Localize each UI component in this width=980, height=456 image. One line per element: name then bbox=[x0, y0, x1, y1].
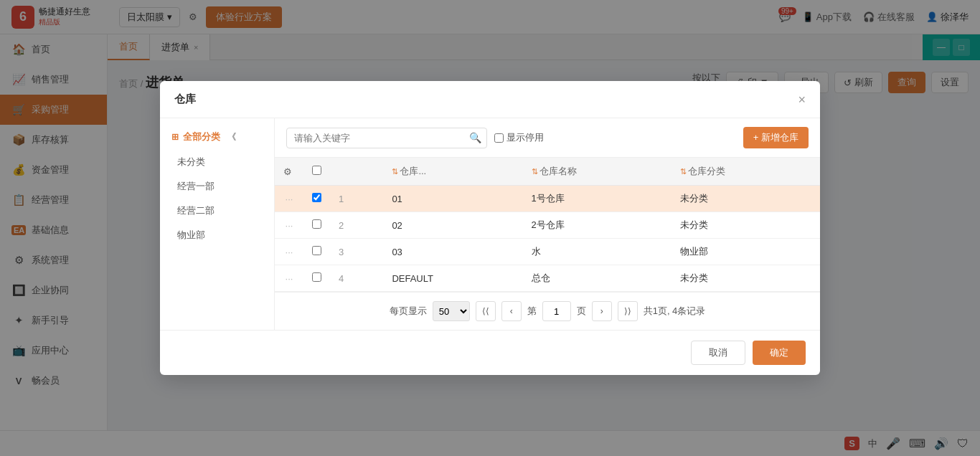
col-name: ⇅ 仓库名称 bbox=[523, 158, 672, 186]
row-name: 水 bbox=[523, 239, 672, 265]
category-panel: ⊞ 全部分类 《 未分类 经营一部 经营二部 物业部 bbox=[160, 118, 275, 330]
page-suffix: 页 bbox=[577, 305, 586, 318]
row-category: 未分类 bbox=[672, 186, 820, 212]
row-num: 3 bbox=[330, 239, 383, 265]
modal-overlay: 仓库 × ⊞ 全部分类 《 未分类 经营一部 经营二部 bbox=[0, 0, 980, 456]
sort-icon-category: ⇅ bbox=[680, 167, 687, 176]
table-row[interactable]: ···1011号仓库未分类 bbox=[275, 186, 820, 212]
modal-close-btn[interactable]: × bbox=[798, 93, 806, 106]
row-checkbox[interactable] bbox=[312, 246, 321, 255]
row-category: 物业部 bbox=[672, 239, 820, 265]
modal-title: 仓库 bbox=[174, 92, 196, 106]
row-num: 2 bbox=[330, 212, 383, 239]
row-num: 4 bbox=[330, 265, 383, 292]
grid-icon: ⊞ bbox=[171, 132, 179, 142]
row-settings[interactable]: ··· bbox=[275, 186, 303, 212]
row-category: 未分类 bbox=[672, 265, 820, 292]
table-panel: 🔍 显示停用 + 新增仓库 ⚙ bbox=[275, 118, 820, 330]
search-icon-btn[interactable]: 🔍 bbox=[469, 132, 481, 143]
prev-page-btn[interactable]: ‹ bbox=[501, 301, 522, 321]
select-all-checkbox[interactable] bbox=[312, 166, 321, 175]
page-summary: 共1页, 4条记录 bbox=[644, 305, 706, 318]
last-page-btn[interactable]: ⟩⟩ bbox=[618, 301, 638, 321]
row-settings[interactable]: ··· bbox=[275, 239, 303, 265]
table-scroll: ⚙ ⇅ 仓库... ⇅ bbox=[275, 158, 820, 292]
category-item-ops2[interactable]: 经营二部 bbox=[160, 199, 274, 223]
category-all-label: 全部分类 bbox=[183, 130, 220, 143]
col-settings: ⚙ bbox=[275, 158, 303, 186]
table-row[interactable]: ···303水物业部 bbox=[275, 239, 820, 265]
row-settings[interactable]: ··· bbox=[275, 212, 303, 239]
table-header-row: ⚙ ⇅ 仓库... ⇅ bbox=[275, 158, 820, 186]
category-all[interactable]: ⊞ 全部分类 《 bbox=[160, 124, 274, 150]
row-name: 总仓 bbox=[523, 265, 672, 292]
sort-icon-code: ⇅ bbox=[392, 167, 398, 176]
modal-footer: 取消 确定 bbox=[160, 330, 820, 375]
row-num: 1 bbox=[330, 186, 383, 212]
col-code: ⇅ 仓库... bbox=[383, 158, 522, 186]
per-page-select[interactable]: 50 20 100 bbox=[433, 301, 470, 321]
sort-icon-name: ⇅ bbox=[532, 167, 538, 176]
per-page-label: 每页显示 bbox=[390, 305, 427, 318]
page-label: 第 bbox=[527, 305, 537, 318]
col-num bbox=[330, 158, 383, 186]
row-code: 02 bbox=[383, 212, 522, 239]
modal-header: 仓库 × bbox=[160, 81, 820, 118]
show-disabled-label[interactable]: 显示停用 bbox=[494, 131, 544, 144]
category-item-ops1[interactable]: 经营一部 bbox=[160, 174, 274, 199]
next-page-btn[interactable]: › bbox=[592, 301, 612, 321]
row-settings[interactable]: ··· bbox=[275, 265, 303, 292]
table-toolbar: 🔍 显示停用 + 新增仓库 bbox=[275, 118, 820, 158]
row-checkbox[interactable] bbox=[312, 219, 321, 229]
table-row[interactable]: ···4DEFAULT总仓未分类 bbox=[275, 265, 820, 292]
row-code: 01 bbox=[383, 186, 522, 212]
row-code: DEFAULT bbox=[383, 265, 522, 292]
show-disabled-checkbox[interactable] bbox=[494, 133, 504, 143]
collapse-btn[interactable]: 《 bbox=[225, 130, 239, 144]
page-number-input[interactable] bbox=[542, 301, 571, 321]
cancel-btn[interactable]: 取消 bbox=[691, 341, 745, 365]
row-checkbox[interactable] bbox=[312, 272, 321, 282]
search-input[interactable] bbox=[286, 128, 487, 148]
category-item-unclassified[interactable]: 未分类 bbox=[160, 150, 274, 174]
modal-body: ⊞ 全部分类 《 未分类 经营一部 经营二部 物业部 bbox=[160, 118, 820, 330]
confirm-btn[interactable]: 确定 bbox=[753, 341, 806, 365]
category-item-property[interactable]: 物业部 bbox=[160, 223, 274, 247]
row-name: 1号仓库 bbox=[523, 186, 672, 212]
search-wrap: 🔍 bbox=[286, 128, 487, 148]
warehouse-modal: 仓库 × ⊞ 全部分类 《 未分类 经营一部 经营二部 bbox=[160, 81, 820, 375]
table-row[interactable]: ···2022号仓库未分类 bbox=[275, 212, 820, 239]
col-checkbox bbox=[303, 158, 330, 186]
pagination: 每页显示 50 20 100 ⟨⟨ ‹ 第 页 › ⟩⟩ 共1页, 4条记录 bbox=[275, 292, 820, 330]
col-category: ⇅ 仓库分类 bbox=[672, 158, 820, 186]
row-checkbox[interactable] bbox=[312, 193, 321, 202]
row-code: 03 bbox=[383, 239, 522, 265]
warehouse-table: ⚙ ⇅ 仓库... ⇅ bbox=[275, 158, 820, 292]
row-name: 2号仓库 bbox=[523, 212, 672, 239]
row-category: 未分类 bbox=[672, 212, 820, 239]
first-page-btn[interactable]: ⟨⟨ bbox=[476, 301, 496, 321]
add-warehouse-btn[interactable]: + 新增仓库 bbox=[743, 127, 809, 148]
